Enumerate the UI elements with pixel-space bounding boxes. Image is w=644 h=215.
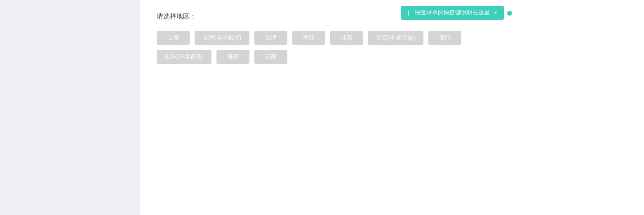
region-btn-shanghai[interactable]: 上海	[157, 31, 190, 45]
region-btn-zhejiang[interactable]: 浙江(不含宁波)	[368, 31, 423, 45]
region-btn-yunnan[interactable]: 云南	[254, 50, 287, 64]
region-row-1: 上海 上海(电子税局) 天津 河北 江苏 浙江(不含宁波) 厦门	[157, 31, 628, 45]
region-btn-shandong[interactable]: 山东(不含青岛)	[157, 50, 212, 64]
tooltip-banner: 快速录单的快捷键说明在这里 ×	[401, 6, 504, 20]
region-btn-jiangsu[interactable]: 江苏	[330, 31, 363, 45]
region-btn-hainan[interactable]: 海南	[216, 50, 249, 64]
tooltip-close-button[interactable]: ×	[494, 9, 497, 16]
tooltip-dot	[507, 11, 512, 16]
region-btn-hebei[interactable]: 河北	[292, 31, 325, 45]
tooltip-text: 快速录单的快捷键说明在这里	[415, 9, 490, 16]
region-btn-shanghai-etax[interactable]: 上海(电子税局)	[195, 31, 249, 45]
page-title: 请选择地区：	[157, 12, 628, 21]
region-row-2: 山东(不含青岛) 海南 云南	[157, 50, 628, 64]
left-sidebar	[0, 0, 140, 215]
region-btn-tianjin[interactable]: 天津	[254, 31, 287, 45]
region-btn-xiamen[interactable]: 厦门	[428, 31, 461, 45]
main-content: 请选择地区： 上海 上海(电子税局) 天津 河北 江苏 浙江(不含宁波) 厦门 …	[140, 0, 644, 215]
